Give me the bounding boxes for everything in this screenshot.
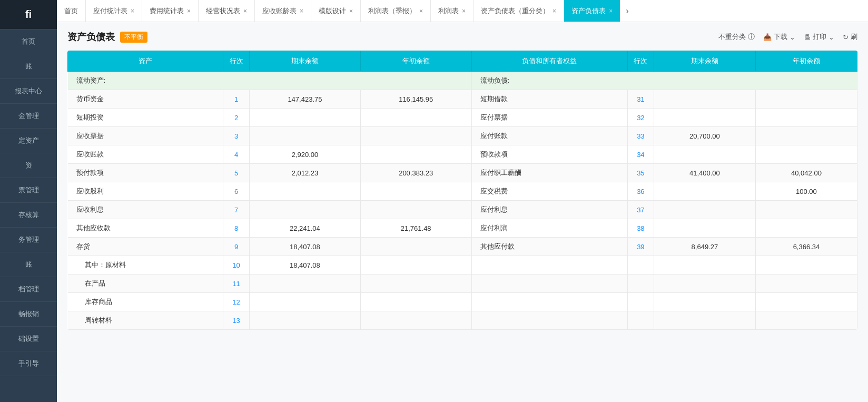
tab-payable-close[interactable]: × — [131, 7, 134, 15]
sidebar-item-asset[interactable]: 定资产 — [0, 129, 57, 153]
cell-seq2: 38 — [627, 219, 654, 238]
cell-end-balance2: 41,400.00 — [654, 164, 755, 182]
sidebar-item-guide[interactable]: 手引导 — [0, 351, 57, 376]
table-row: 应收股利 6 应交税费 36 100.00 — [68, 182, 857, 201]
tab-payable[interactable]: 应付统计表 × — [86, 0, 142, 22]
cell-end-balance2: 8,649.27 — [654, 238, 755, 256]
table-row: 应收票据 3 应付账款 33 20,700.00 — [68, 127, 857, 145]
cell-seq: 10 — [223, 256, 250, 274]
cell-end-balance2 — [654, 274, 755, 293]
cell-end-balance2 — [654, 182, 755, 201]
tab-template-close[interactable]: × — [349, 7, 353, 15]
download-icon: 📥 — [763, 33, 772, 41]
sidebar-logo: fi — [0, 0, 57, 30]
sidebar-item-expense[interactable]: 畅报销 — [0, 302, 57, 327]
sidebar-item-inventory[interactable]: 存核算 — [0, 203, 57, 228]
refresh-icon: ↻ — [843, 33, 849, 41]
cell-end-balance — [250, 311, 361, 330]
tab-profit-quarterly-close[interactable]: × — [419, 7, 423, 15]
sidebar-item-ticket[interactable]: 票管理 — [0, 178, 57, 203]
cell-end-balance: 147,423.75 — [250, 90, 361, 109]
print-chevron-icon: ⌄ — [828, 33, 834, 41]
tab-balance-close[interactable]: × — [609, 7, 613, 15]
download-button[interactable]: 📥 下载 ⌄ — [763, 32, 795, 42]
cell-end-balance — [250, 201, 361, 219]
cell-liability-name: 其他应付款 — [471, 238, 627, 256]
col-start-balance2: 年初余额 — [755, 51, 857, 72]
cell-end-balance2 — [654, 311, 755, 330]
cell-seq2: 32 — [627, 109, 654, 127]
tab-expense[interactable]: 费用统计表 × — [142, 0, 199, 22]
cell-end-balance: 2,012.23 — [250, 164, 361, 182]
col-liability: 负债和所有者权益 — [471, 51, 627, 72]
tab-aging[interactable]: 应收账龄表 × — [255, 0, 311, 22]
cell-start-balance — [360, 311, 471, 330]
cell-asset-name: 应收票据 — [68, 127, 223, 145]
print-icon: 🖶 — [804, 33, 811, 41]
sidebar-item-settings[interactable]: 础设置 — [0, 327, 57, 351]
cell-end-balance — [250, 127, 361, 145]
tab-balance[interactable]: 资产负债表 × — [564, 0, 620, 22]
cell-liability-name: 预收款项 — [471, 145, 627, 164]
cell-seq: 12 — [223, 293, 250, 311]
table-row: 货币资金 1 147,423.75 116,145.95 短期借款 31 — [68, 90, 857, 109]
unbalanced-badge: 不平衡 — [120, 32, 147, 43]
sidebar-item-report[interactable]: 报表中心 — [0, 79, 57, 104]
classify-help-icon[interactable]: ⓘ — [748, 32, 755, 42]
sidebar-item-ledger[interactable]: 账 — [0, 252, 57, 277]
table-row: 预付款项 5 2,012.23 200,383.23 应付职工薪酬 35 41,… — [68, 164, 857, 182]
cell-asset-name: 货币资金 — [68, 90, 223, 109]
cell-start-balance — [360, 182, 471, 201]
cell-start-balance2 — [755, 127, 857, 145]
cell-seq: 9 — [223, 238, 250, 256]
tab-balance-reclassified[interactable]: 资产负债表（重分类） × — [474, 0, 564, 22]
cell-seq: 11 — [223, 274, 250, 293]
tab-expense-close[interactable]: × — [187, 7, 191, 15]
sidebar-item-home[interactable]: 首页 — [0, 30, 57, 54]
tab-template[interactable]: 模版设计 × — [311, 0, 361, 22]
tab-expense-label: 费用统计表 — [150, 6, 184, 16]
tab-balance-reclassified-close[interactable]: × — [553, 7, 556, 15]
print-label: 打印 — [813, 32, 826, 42]
sidebar-item-account[interactable]: 账 — [0, 54, 57, 79]
tab-aging-label: 应收账龄表 — [262, 6, 297, 16]
tab-next-arrow[interactable]: › — [620, 0, 634, 22]
table-row: 库存商品 12 — [68, 293, 857, 311]
cell-liability-name: 短期借款 — [471, 90, 627, 109]
tab-operation-close[interactable]: × — [243, 7, 247, 15]
tab-profit-close[interactable]: × — [462, 7, 466, 15]
tab-payable-label: 应付统计表 — [93, 6, 127, 16]
cell-end-balance2 — [654, 90, 755, 109]
cell-start-balance2 — [755, 219, 857, 238]
tab-balance-label: 资产负债表 — [571, 6, 606, 16]
tab-operation[interactable]: 经营状况表 × — [199, 0, 255, 22]
cell-asset-name: 其中：原材料 — [68, 256, 223, 274]
cell-seq2 — [627, 274, 654, 293]
cell-asset-name: 应收股利 — [68, 182, 223, 201]
tab-profit[interactable]: 利润表 × — [431, 0, 474, 22]
tab-profit-label: 利润表 — [438, 6, 459, 16]
page-title: 资产负债表 — [67, 31, 115, 43]
sidebar-item-tax[interactable]: 务管理 — [0, 228, 57, 252]
cell-end-balance2 — [654, 219, 755, 238]
tab-bar: 首页 应付统计表 × 费用统计表 × 经营状况表 × 应收账龄表 × 模版设计 … — [57, 0, 868, 22]
download-chevron-icon: ⌄ — [790, 33, 795, 41]
sidebar-item-finance[interactable]: 金管理 — [0, 104, 57, 129]
table-row: 周转材料 13 — [68, 311, 857, 330]
cell-seq2: 31 — [627, 90, 654, 109]
tab-operation-label: 经营状况表 — [206, 6, 240, 16]
classify-button[interactable]: 不重分类 ⓘ — [718, 32, 755, 42]
sidebar-item-archive[interactable]: 档管理 — [0, 277, 57, 302]
print-button[interactable]: 🖶 打印 ⌄ — [804, 32, 834, 42]
tab-profit-quarterly[interactable]: 利润表（季报） × — [361, 0, 431, 22]
tab-home[interactable]: 首页 — [57, 0, 86, 22]
refresh-button[interactable]: ↻ 刷 — [843, 32, 857, 42]
group-liability-label: 流动负债: — [471, 72, 857, 90]
cell-start-balance2 — [755, 145, 857, 164]
classify-label: 不重分类 — [718, 32, 746, 42]
cell-start-balance2 — [755, 293, 857, 311]
cell-asset-name: 其他应收款 — [68, 219, 223, 238]
table-row: 在产品 11 — [68, 274, 857, 293]
sidebar-item-invest[interactable]: 资 — [0, 153, 57, 178]
tab-aging-close[interactable]: × — [300, 7, 303, 15]
